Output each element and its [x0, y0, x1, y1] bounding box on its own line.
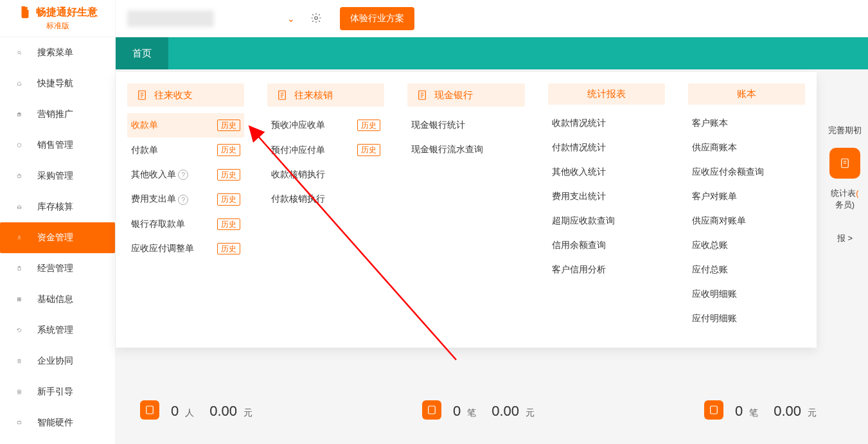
company-name-blurred	[127, 10, 214, 27]
help-icon[interactable]: ?	[178, 170, 188, 180]
stat-badge-icon	[422, 400, 441, 420]
mega-item[interactable]: 预付冲应付单历史	[267, 138, 384, 162]
mega-item-label: 银行存取款单	[131, 218, 185, 230]
mega-item[interactable]: 银行存取款单历史	[127, 212, 244, 236]
mega-item[interactable]: 预收冲应收单历史	[267, 113, 384, 138]
sidebar-item-3[interactable]: 销售管理	[0, 130, 115, 161]
mega-item-label: 现金银行统计	[411, 120, 465, 131]
mega-column-header: 往来收支	[127, 84, 244, 107]
svg-line-2	[20, 53, 21, 55]
mega-item[interactable]: 其他收入单?历史	[127, 163, 244, 187]
peek-badge-icon[interactable]	[829, 148, 860, 179]
stat-amount: 0.00	[209, 403, 237, 420]
mega-item-label: 应收明细账	[692, 289, 737, 300]
mega-item-label: 应付明细账	[692, 313, 737, 324]
mega-item[interactable]: 应收明细账	[688, 282, 805, 306]
mega-item[interactable]: 收款单历史	[127, 113, 244, 138]
mega-item-label: 付款情况统计	[552, 142, 606, 154]
sidebar-item-0[interactable]: 搜索菜单	[0, 37, 115, 68]
mega-item[interactable]: 其他收入统计	[548, 160, 665, 184]
cart-icon	[17, 139, 30, 152]
mega-item[interactable]: 应收应付调整单历史	[127, 236, 244, 261]
sidebar-item-label: 资金管理	[37, 232, 73, 244]
mega-item[interactable]: 费用支出单?历史	[127, 187, 244, 211]
history-badge[interactable]: 历史	[217, 243, 240, 254]
mega-column-1: 往来核销预收冲应收单历史预付冲应付单历史收款核销执行付款核销执行	[256, 84, 396, 331]
mega-column-header: 账本	[688, 84, 805, 105]
mega-item[interactable]: 客户对账单	[688, 184, 805, 209]
mega-item-label: 现金银行流水查询	[411, 144, 483, 155]
mega-item[interactable]: 应付明细账	[688, 306, 805, 331]
mega-item-label: 应收应付调整单	[131, 243, 194, 254]
sidebar-item-label: 系统管理	[37, 324, 73, 336]
history-badge[interactable]: 历史	[217, 218, 240, 230]
history-badge[interactable]: 历史	[217, 193, 240, 205]
mega-column-4: 账本客户账本供应商账本应收应付余额查询客户对账单供应商对账单应收总账应付总账应收…	[677, 84, 817, 331]
stat-unit1: 笔	[467, 407, 476, 419]
mega-item[interactable]: 供应商账本	[688, 136, 805, 160]
mega-item[interactable]: 供应商对账单	[688, 209, 805, 233]
svg-rect-5	[18, 175, 21, 177]
mega-item[interactable]: 信用余额查询	[548, 233, 665, 258]
sidebar-item-9[interactable]: 系统管理	[0, 315, 115, 346]
history-badge[interactable]: 历史	[217, 169, 240, 181]
bag-icon	[17, 170, 30, 182]
history-badge[interactable]: 历史	[217, 144, 240, 155]
mega-item[interactable]: 费用支出统计	[548, 184, 665, 209]
star-icon	[17, 386, 30, 398]
experience-plan-button[interactable]: 体验行业方案	[340, 7, 414, 30]
stat-2: 0笔0.00元	[704, 400, 817, 420]
mega-item[interactable]: 付款情况统计	[548, 136, 665, 160]
sidebar-item-5[interactable]: 库存核算	[0, 191, 115, 222]
history-badge[interactable]: 历史	[217, 120, 240, 131]
mega-item[interactable]: 收款核销执行	[267, 163, 384, 187]
history-badge[interactable]: 历史	[357, 144, 380, 155]
mega-item-label: 供应商账本	[692, 142, 737, 154]
peek-text-3[interactable]: 报 >	[822, 233, 868, 244]
mega-item[interactable]: 超期应收款查询	[548, 209, 665, 233]
stat-amount: 0.00	[492, 403, 519, 420]
help-icon[interactable]: ?	[178, 195, 188, 205]
mega-column-3: 统计报表收款情况统计付款情况统计其他收入统计费用支出统计超期应收款查询信用余额查…	[536, 84, 677, 331]
sidebar-item-12[interactable]: 智能硬件	[0, 407, 115, 438]
mega-item-label: 收款核销执行	[271, 169, 325, 181]
sidebar-item-4[interactable]: 采购管理	[0, 161, 115, 191]
tab-home[interactable]: 首页	[116, 37, 168, 69]
mega-item[interactable]: 现金银行流水查询	[407, 138, 524, 162]
svg-rect-12	[17, 299, 19, 301]
mega-item[interactable]: 应收应付余额查询	[688, 160, 805, 184]
mega-item-label: 收款情况统计	[552, 118, 606, 129]
sidebar-item-2[interactable]: 营销推广	[0, 99, 115, 130]
sidebar-item-8[interactable]: 基础信息	[0, 284, 115, 315]
svg-rect-27	[429, 406, 436, 414]
svg-rect-26	[146, 406, 154, 414]
mega-column-title: 现金银行	[434, 89, 473, 102]
sidebar-item-label: 销售管理	[37, 139, 73, 151]
sidebar-item-6[interactable]: 资金管理	[0, 222, 115, 253]
mega-item-label: 其他收入统计	[552, 166, 606, 178]
mega-item[interactable]: 收款情况统计	[548, 111, 665, 136]
sidebar-item-10[interactable]: 企业协同	[0, 346, 115, 377]
stat-unit2: 元	[244, 407, 252, 419]
sidebar-item-label: 库存核算	[37, 201, 73, 213]
sidebar-item-11[interactable]: 新手引导	[0, 377, 115, 407]
gear-icon[interactable]	[310, 12, 323, 25]
mega-item-label: 付款单	[131, 145, 158, 156]
sidebar-item-1[interactable]: 快捷导航	[0, 68, 115, 99]
mega-item[interactable]: 客户信用分析	[548, 258, 665, 282]
clipboard-icon	[17, 262, 30, 275]
chevron-down-icon[interactable]: ⌄	[287, 13, 296, 24]
stat-unit2: 元	[808, 407, 817, 419]
mega-item[interactable]: 客户账本	[688, 111, 805, 136]
brand-name: 畅捷通好生意	[36, 6, 98, 19]
sidebar-item-7[interactable]: 经营管理	[0, 253, 115, 284]
sidebar-item-label: 智能硬件	[37, 417, 73, 429]
mega-item[interactable]: 付款核销执行	[267, 187, 384, 211]
right-peek-panel: 完善期初 统计表(务员) 报 >	[822, 116, 868, 244]
grid-icon	[17, 293, 30, 306]
mega-item[interactable]: 应收总账	[688, 233, 805, 258]
mega-item[interactable]: 付款单历史	[127, 138, 244, 162]
mega-item[interactable]: 现金银行统计	[407, 113, 524, 138]
mega-item[interactable]: 应付总账	[688, 258, 805, 282]
history-badge[interactable]: 历史	[357, 120, 380, 131]
